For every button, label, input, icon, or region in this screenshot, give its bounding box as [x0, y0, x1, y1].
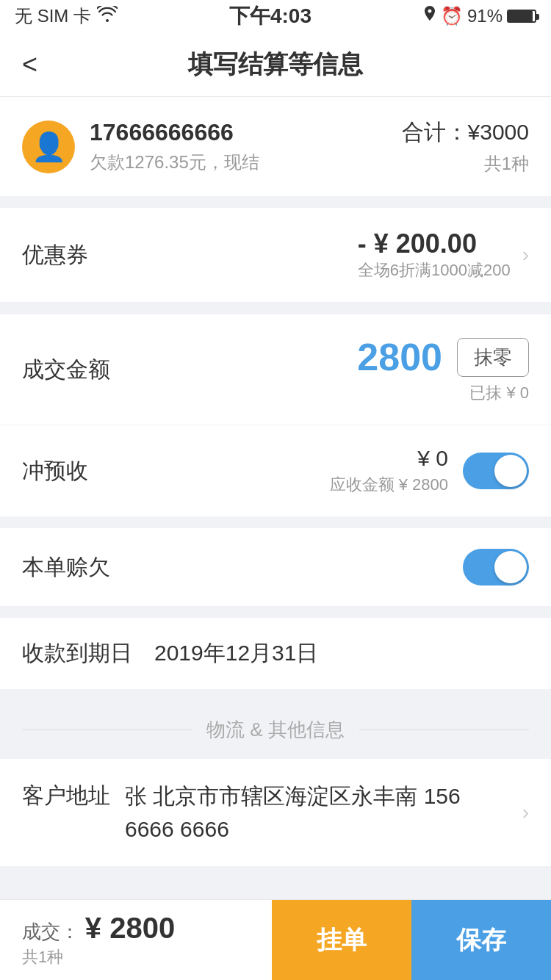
avatar: 👤 [22, 120, 75, 173]
debt-toggle-knob [494, 551, 527, 583]
coupon-desc: 全场6折满1000减200 [358, 259, 511, 281]
bottom-trade-count: 共1种 [22, 946, 250, 968]
amount-section: 成交金额 2800 抹零 已抹 ¥ 0 冲预收 ¥ 0 应收金额 ¥ 2800 [0, 314, 551, 516]
bottom-trade-row: 成交： ¥ 2800 [22, 912, 250, 945]
coupon-row[interactable]: 优惠券 - ¥ 200.00 全场6折满1000减200 › [0, 208, 551, 303]
logistics-line-right [359, 729, 529, 730]
address-value: 张 北京市市辖区海淀区永丰南 156 6666 6666 [125, 779, 508, 846]
debt-toggle[interactable] [463, 549, 529, 586]
due-date-label: 收款到期日 [22, 638, 132, 669]
logistics-line-left [22, 729, 192, 730]
back-button[interactable]: < [22, 42, 45, 87]
customer-right: 合计：¥3000 共1种 [402, 118, 529, 176]
toggle-knob [494, 455, 527, 487]
address-chevron-icon: › [522, 801, 529, 824]
bottom-trade-label: 成交： [22, 920, 79, 943]
save-button[interactable]: 保存 [411, 900, 551, 981]
prepaid-sub: 应收金额 ¥ 2800 [330, 474, 448, 496]
prepaid-amount-wrap: ¥ 0 应收金额 ¥ 2800 [330, 446, 448, 496]
status-right: ⏰ 91% [423, 6, 536, 26]
round-off-button[interactable]: 抹零 [457, 338, 529, 377]
section-divider-1 [0, 303, 551, 314]
due-date-value: 2019年12月31日 [154, 638, 318, 669]
alarm-icon: ⏰ [441, 6, 463, 26]
battery-icon [507, 10, 536, 23]
customer-left: 👤 17666666666 欠款1276.35元，现结 [22, 119, 259, 174]
avatar-icon: 👤 [32, 131, 66, 163]
nav-bar: < 填写结算等信息 [0, 32, 551, 97]
coupon-label: 优惠券 [22, 240, 88, 270]
prepaid-toggle[interactable] [463, 453, 529, 489]
prepaid-right: ¥ 0 应收金额 ¥ 2800 [330, 446, 529, 496]
status-bar: 无 SIM 卡 下午4:03 ⏰ 91% [0, 0, 551, 32]
status-time: 下午4:03 [229, 2, 311, 30]
status-left: 无 SIM 卡 [15, 4, 118, 28]
prepaid-label: 冲预收 [22, 456, 88, 486]
address-label: 客户地址 [22, 779, 110, 811]
coupon-chevron-icon: › [522, 243, 529, 267]
customer-debt: 欠款1276.35元，现结 [90, 151, 259, 174]
customer-phone: 17666666666 [90, 119, 259, 146]
total-amount: 合计：¥3000 [402, 118, 529, 148]
coupon-right: - ¥ 200.00 全场6折满1000减200 › [358, 228, 529, 281]
wifi-icon [97, 6, 118, 26]
customer-info: 17666666666 欠款1276.35元，现结 [90, 119, 259, 174]
location-icon [423, 6, 436, 26]
logistics-label: 物流 & 其他信息 [206, 717, 345, 743]
section-divider-2 [0, 516, 551, 528]
address-row[interactable]: 客户地址 张 北京市市辖区海淀区永丰南 156 6666 6666 › [0, 759, 551, 866]
prepaid-amount: ¥ 0 [330, 446, 448, 471]
prepaid-row: 冲预收 ¥ 0 应收金额 ¥ 2800 [0, 425, 551, 516]
amount-sub: 已抹 ¥ 0 [357, 382, 529, 404]
pending-button[interactable]: 挂单 [272, 900, 411, 981]
bottom-left: 成交： ¥ 2800 共1种 [0, 912, 272, 968]
section-divider-3 [0, 606, 551, 618]
bottom-trade-amount: ¥ 2800 [85, 912, 175, 944]
amount-label: 成交金额 [22, 355, 110, 385]
amount-row: 成交金额 2800 抹零 已抹 ¥ 0 [0, 314, 551, 425]
customer-card: 👤 17666666666 欠款1276.35元，现结 合计：¥3000 共1种 [0, 97, 551, 196]
total-count: 共1种 [402, 152, 529, 176]
amount-value: 2800 [357, 335, 442, 379]
logistics-divider: 物流 & 其他信息 [0, 701, 551, 759]
page-title: 填写结算等信息 [188, 48, 363, 82]
carrier-label: 无 SIM 卡 [15, 4, 91, 28]
battery-percent: 91% [467, 6, 503, 26]
section-divider-4 [0, 689, 551, 701]
debt-label: 本单赊欠 [22, 552, 110, 583]
debt-row: 本单赊欠 [0, 528, 551, 606]
coupon-amount: - ¥ 200.00 [358, 228, 511, 259]
bottom-bar: 成交： ¥ 2800 共1种 挂单 保存 [0, 899, 551, 980]
due-date-row: 收款到期日 2019年12月31日 [0, 618, 551, 689]
content: 👤 17666666666 欠款1276.35元，现结 合计：¥3000 共1种… [0, 97, 551, 980]
amount-right: 2800 抹零 [357, 335, 529, 379]
